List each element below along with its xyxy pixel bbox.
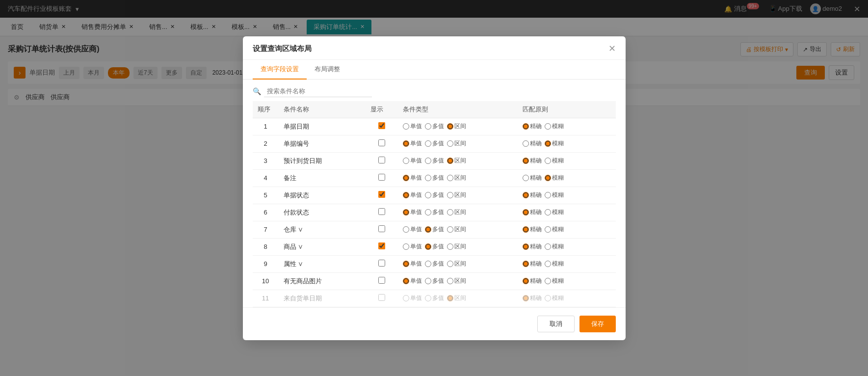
row-order: 4	[253, 169, 279, 187]
type-radio-单值[interactable]	[403, 158, 409, 164]
match-radio-模糊[interactable]	[545, 140, 551, 147]
match-radio-模糊[interactable]	[545, 158, 551, 164]
row-order: 2	[253, 135, 279, 152]
type-radio-多值[interactable]	[425, 158, 431, 164]
type-radio-多值[interactable]	[425, 295, 431, 301]
type-radio-区间[interactable]	[447, 175, 453, 181]
type-radio-单值[interactable]	[403, 192, 409, 198]
row-show	[366, 152, 398, 169]
cancel-button[interactable]: 取消	[537, 316, 575, 332]
match-radio-精确[interactable]	[523, 295, 529, 301]
type-radio-多值[interactable]	[425, 192, 431, 198]
type-radio-多值[interactable]	[425, 226, 431, 233]
search-input[interactable]	[264, 85, 372, 97]
show-checkbox[interactable]	[378, 122, 385, 129]
row-show	[366, 204, 398, 221]
match-radio-精确[interactable]	[523, 243, 529, 250]
row-match: 精确模糊	[518, 221, 615, 238]
match-radio-模糊[interactable]	[545, 243, 551, 250]
show-checkbox[interactable]	[378, 191, 385, 198]
show-checkbox[interactable]	[378, 139, 385, 146]
table-row: 3预计到货日期单值多值区间精确模糊	[253, 152, 616, 169]
row-type: 单值多值区间	[398, 118, 518, 135]
type-radio-区间[interactable]	[447, 243, 453, 250]
match-radio-精确[interactable]	[523, 123, 529, 130]
show-checkbox[interactable]	[378, 174, 385, 181]
table-row: 8商品 ∨单值多值区间精确模糊	[253, 238, 616, 255]
type-radio-区间[interactable]	[447, 192, 453, 198]
match-radio-精确[interactable]	[523, 175, 529, 181]
match-radio-精确[interactable]	[523, 209, 529, 215]
row-name: 单据编号	[279, 135, 366, 152]
tab-query-fields[interactable]: 查询字段设置	[253, 60, 307, 80]
match-radio-模糊[interactable]	[545, 295, 551, 301]
match-radio-模糊[interactable]	[545, 175, 551, 181]
match-radio-模糊[interactable]	[545, 192, 551, 198]
type-radio-区间[interactable]	[447, 261, 453, 267]
match-radio-精确[interactable]	[523, 192, 529, 198]
row-name: 仓库 ∨	[279, 221, 366, 238]
match-radio-精确[interactable]	[523, 140, 529, 147]
type-radio-区间[interactable]	[447, 226, 453, 233]
row-name: 预计到货日期	[279, 152, 366, 169]
type-radio-多值[interactable]	[425, 140, 431, 147]
dialog-close-icon[interactable]: ✕	[608, 44, 616, 53]
match-radio-精确[interactable]	[523, 278, 529, 284]
type-radio-区间[interactable]	[447, 295, 453, 301]
type-radio-区间[interactable]	[447, 158, 453, 164]
match-radio-精确[interactable]	[523, 261, 529, 267]
type-radio-单值[interactable]	[403, 278, 409, 284]
type-radio-单值[interactable]	[403, 209, 409, 215]
row-match: 精确模糊	[518, 152, 615, 169]
row-show	[366, 135, 398, 152]
match-radio-模糊[interactable]	[545, 209, 551, 215]
match-radio-模糊[interactable]	[545, 278, 551, 284]
type-radio-单值[interactable]	[403, 175, 409, 181]
type-radio-多值[interactable]	[425, 123, 431, 130]
row-show	[366, 221, 398, 238]
row-name: 单据日期	[279, 118, 366, 135]
type-radio-单值[interactable]	[403, 123, 409, 130]
save-button[interactable]: 保存	[579, 316, 616, 332]
show-checkbox[interactable]	[378, 294, 385, 301]
row-order: 9	[253, 255, 279, 272]
type-radio-多值[interactable]	[425, 261, 431, 267]
show-checkbox[interactable]	[378, 157, 385, 163]
type-radio-区间[interactable]	[447, 278, 453, 284]
type-radio-多值[interactable]	[425, 243, 431, 250]
type-radio-多值[interactable]	[425, 278, 431, 284]
type-radio-单值[interactable]	[403, 226, 409, 233]
row-match: 精确模糊	[518, 238, 615, 255]
row-name: 单据状态	[279, 187, 366, 204]
match-radio-精确[interactable]	[523, 158, 529, 164]
type-radio-单值[interactable]	[403, 140, 409, 147]
tab-layout-adjust[interactable]: 布局调整	[307, 60, 348, 80]
row-show	[366, 169, 398, 187]
show-checkbox[interactable]	[378, 277, 385, 284]
type-radio-多值[interactable]	[425, 175, 431, 181]
modal-overlay: 设置查询区域布局 ✕ 查询字段设置 布局调整 🔍 顺序 条件名称 显示 条件类型	[0, 0, 868, 376]
table-row: 9属性 ∨单值多值区间精确模糊	[253, 255, 616, 272]
th-type: 条件类型	[398, 101, 518, 118]
row-order: 3	[253, 152, 279, 169]
show-checkbox[interactable]	[378, 208, 385, 215]
row-match: 精确模糊	[518, 118, 615, 135]
type-radio-单值[interactable]	[403, 243, 409, 250]
type-radio-区间[interactable]	[447, 209, 453, 215]
row-order: 10	[253, 272, 279, 290]
th-match: 匹配原则	[518, 101, 615, 118]
dialog-table-wrap: 顺序 条件名称 显示 条件类型 匹配原则 1单据日期单值多值区间精确模糊2单据编…	[243, 101, 626, 307]
show-checkbox[interactable]	[378, 260, 385, 267]
show-checkbox[interactable]	[378, 225, 385, 232]
match-radio-精确[interactable]	[523, 226, 529, 233]
type-radio-区间[interactable]	[447, 123, 453, 130]
match-radio-模糊[interactable]	[545, 123, 551, 130]
match-radio-模糊[interactable]	[545, 226, 551, 233]
type-radio-区间[interactable]	[447, 140, 453, 147]
type-radio-多值[interactable]	[425, 209, 431, 215]
row-name: 来自货单日期	[279, 290, 366, 307]
show-checkbox[interactable]	[378, 242, 385, 249]
type-radio-单值[interactable]	[403, 261, 409, 267]
match-radio-模糊[interactable]	[545, 261, 551, 267]
type-radio-单值[interactable]	[403, 295, 409, 301]
